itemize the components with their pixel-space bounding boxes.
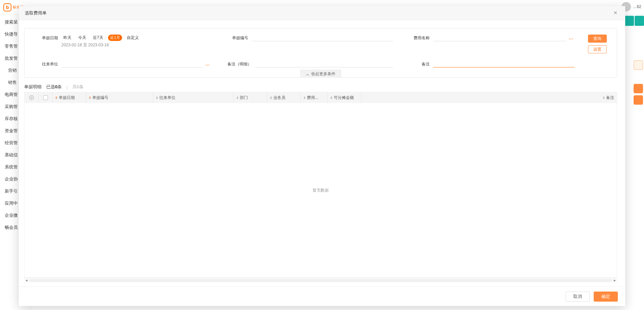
collapse-filters-button[interactable]: ︽ 收起更多条件 bbox=[300, 70, 341, 78]
preset-week[interactable]: 近7天 bbox=[91, 35, 105, 41]
modal-footer: 取消 确定 bbox=[19, 287, 625, 306]
sort-icon bbox=[236, 96, 238, 99]
sort-icon bbox=[304, 96, 306, 99]
chevrons-up-icon: ︽ bbox=[306, 72, 309, 76]
th-code[interactable]: 单据编号 bbox=[86, 92, 153, 103]
settings-button[interactable]: 设置 bbox=[588, 45, 607, 53]
column-settings-button[interactable] bbox=[24, 92, 39, 103]
close-icon[interactable]: × bbox=[611, 8, 619, 18]
sort-icon bbox=[89, 96, 91, 99]
th-unit[interactable]: 往来单位 bbox=[153, 92, 234, 103]
sort-icon bbox=[270, 96, 272, 99]
th-date[interactable]: 单据日期 bbox=[53, 92, 86, 103]
th-fee[interactable]: 费用... bbox=[301, 92, 328, 103]
filter-label-docno: 单据编号 bbox=[225, 35, 252, 41]
horizontal-scrollbar[interactable]: ◄ ► bbox=[24, 278, 617, 282]
modal-select-fee-doc: 选取费用单 × 单据日期 昨天 今天 近7天 bbox=[19, 6, 625, 306]
th-dept[interactable]: 部门 bbox=[234, 92, 267, 103]
preset-custom[interactable]: 自定义 bbox=[125, 35, 141, 41]
th-amount[interactable]: 可分摊金额 bbox=[328, 92, 361, 103]
checkbox-icon bbox=[43, 95, 48, 100]
filter-label-date: 单据日期 bbox=[35, 35, 61, 41]
ok-button[interactable]: 确定 bbox=[594, 292, 618, 302]
filter-label-remark: 备注 bbox=[406, 61, 433, 67]
total-count: 共0条 bbox=[72, 84, 84, 90]
table-header: 单据日期 单据编号 往来单位 部门 bbox=[24, 92, 617, 103]
th-person[interactable]: 业务员 bbox=[267, 92, 301, 103]
scroll-track[interactable] bbox=[30, 279, 612, 282]
th-remark[interactable]: 备注 bbox=[361, 92, 617, 103]
modal-body: 单据日期 昨天 今天 近7天 近1月 自定义 2023-02-18 至 2023… bbox=[19, 20, 625, 287]
doc-no-input[interactable] bbox=[252, 35, 393, 41]
fee-name-picker-icon[interactable]: ··· bbox=[568, 37, 575, 41]
sort-icon bbox=[330, 96, 332, 99]
sort-icon bbox=[55, 96, 57, 99]
filter-label-detail-remark: 备注（明细） bbox=[225, 61, 255, 67]
remark-input[interactable] bbox=[433, 61, 575, 67]
fee-name-input[interactable] bbox=[433, 35, 566, 41]
selected-count: 已选0条 bbox=[46, 84, 62, 90]
date-range-text: 2023-02-18 至 2023-03-18 bbox=[61, 42, 211, 48]
table-empty-text: 暂无数据 bbox=[24, 103, 617, 277]
select-all-checkbox[interactable] bbox=[39, 92, 53, 103]
preset-month[interactable]: 近1月 bbox=[108, 35, 122, 41]
table: 单据日期 单据编号 往来单位 部门 bbox=[24, 92, 617, 278]
gear-icon bbox=[29, 95, 34, 100]
detail-remark-input[interactable] bbox=[255, 61, 393, 67]
preset-yesterday[interactable]: 昨天 bbox=[61, 35, 73, 41]
modal-title: 选取费用单 bbox=[25, 10, 47, 16]
date-presets: 昨天 今天 近7天 近1月 自定义 bbox=[61, 35, 211, 41]
party-picker-icon[interactable]: ··· bbox=[204, 63, 211, 67]
scroll-right-icon[interactable]: ► bbox=[612, 278, 617, 282]
midbar-label: 单据明细 bbox=[24, 84, 42, 90]
separator: | bbox=[66, 85, 67, 90]
sort-icon bbox=[603, 96, 605, 99]
sort-icon bbox=[156, 96, 158, 99]
scroll-left-icon[interactable]: ◄ bbox=[24, 278, 29, 282]
party-input[interactable] bbox=[61, 61, 203, 67]
filter-label-party: 往来单位 bbox=[35, 61, 61, 67]
mid-bar: 单据明细 已选0条 | 共0条 bbox=[24, 84, 617, 90]
filter-label-feename: 费用名称 bbox=[406, 35, 433, 41]
query-button[interactable]: 查询 bbox=[588, 35, 607, 43]
collapse-label: 收起更多条件 bbox=[311, 71, 335, 77]
filter-card: 单据日期 昨天 今天 近7天 近1月 自定义 2023-02-18 至 2023… bbox=[24, 28, 617, 78]
cancel-button[interactable]: 取消 bbox=[566, 292, 590, 302]
preset-today[interactable]: 今天 bbox=[76, 35, 88, 41]
modal-header: 选取费用单 × bbox=[19, 6, 625, 20]
